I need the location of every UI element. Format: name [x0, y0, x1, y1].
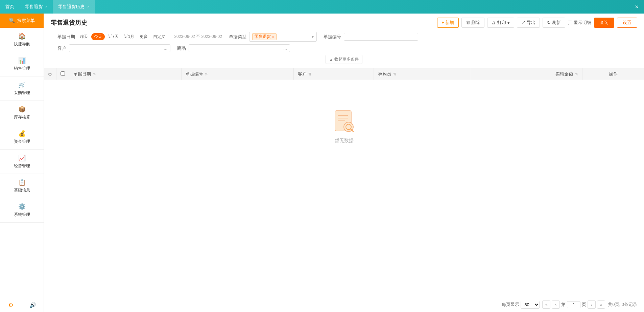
col-customer[interactable]: 客户 ⇅: [293, 68, 374, 80]
tab-retail-return-history-close[interactable]: ×: [87, 5, 89, 9]
voucher-type-tag-close[interactable]: ×: [272, 35, 274, 39]
sidebar-search-label: 搜索菜单: [17, 18, 35, 24]
sidebar-item-finance[interactable]: 💰 资金管理: [0, 125, 44, 150]
page-prev-button[interactable]: ‹: [552, 300, 560, 309]
col-guide-label: 导购员: [378, 71, 391, 76]
empty-illustration: [329, 107, 359, 138]
tab-retail-return-history[interactable]: 零售退货历史 ×: [53, 0, 95, 14]
voucher-no-label: 单据编号: [324, 34, 341, 40]
date-7days[interactable]: 近7天: [106, 33, 121, 40]
purchase-icon: 🛒: [18, 81, 26, 89]
sidebar-item-system-label: 系统管理: [14, 212, 30, 218]
sidebar-item-sales-label: 销售管理: [14, 66, 30, 71]
col-amount[interactable]: 实销金额 ⇅: [470, 68, 582, 80]
col-customer-sort-icon: ⇅: [308, 72, 311, 76]
col-settings[interactable]: ⚙: [44, 68, 56, 80]
window-close-button[interactable]: ×: [629, 0, 644, 14]
collapse-label: 收起更多条件: [334, 57, 359, 62]
goods-input[interactable]: ...: [189, 44, 290, 52]
per-page-select[interactable]: 50 100 200: [521, 301, 540, 309]
sidebar-item-basic-info[interactable]: 📋 基础信息: [0, 174, 44, 198]
print-dropdown-icon: ▾: [507, 20, 510, 25]
col-amount-label: 实销金额: [555, 71, 573, 76]
date-more[interactable]: 更多: [138, 33, 150, 40]
tab-retail-return[interactable]: 零售退货 ×: [20, 0, 53, 14]
page-input[interactable]: 1: [567, 301, 580, 308]
pagination-bar: 每页显示 50 100 200 « ‹ 第 1 页 › » 共0页, 0条记录: [44, 297, 644, 312]
col-guide[interactable]: 导购员 ⇅: [374, 68, 470, 80]
col-date[interactable]: 单据日期 ⇅: [69, 68, 182, 80]
col-guide-sort-icon: ⇅: [393, 72, 396, 76]
print-button[interactable]: 🖨 打印 ▾: [487, 18, 514, 28]
operations-icon: 📈: [18, 154, 26, 162]
page-navigation: « ‹ 第 1 页 › »: [542, 300, 605, 309]
new-button[interactable]: + 新增: [437, 18, 458, 28]
sidebar-item-operations[interactable]: 📈 经营管理: [0, 150, 44, 174]
tab-home-label: 首页: [5, 4, 14, 10]
voucher-no-input[interactable]: [344, 33, 418, 41]
sales-icon: 📊: [18, 57, 26, 64]
tab-retail-return-close[interactable]: ×: [45, 5, 47, 9]
settings-button[interactable]: 设置: [617, 18, 637, 28]
filter-bar: 单据日期 昨天 今天 近7天 近1月 更多 自定义 2023-06-02 至 2…: [51, 32, 637, 68]
date-filter-options: 昨天 今天 近7天 近1月 更多 自定义: [78, 33, 167, 40]
export-button[interactable]: ↗ 导出: [517, 18, 540, 28]
date-custom[interactable]: 自定义: [151, 33, 167, 40]
finance-icon: 💰: [18, 130, 26, 137]
refresh-button-label: ↻ 刷新: [547, 20, 561, 26]
tab-home[interactable]: 首页: [0, 0, 20, 14]
page-title-row: 零售退货历史 + 新增 🗑 删除 🖨 打印 ▾ ↗ 导出: [51, 18, 637, 28]
sidebar-item-quick-nav-label: 快捷导航: [14, 41, 30, 47]
customer-filter: 客户 ...: [57, 44, 170, 52]
page-first-button[interactable]: «: [542, 300, 550, 309]
date-today[interactable]: 今天: [91, 33, 105, 40]
refresh-button[interactable]: ↻ 刷新: [543, 18, 565, 28]
sidebar-item-purchase-mgmt[interactable]: 🛒 采购管理: [0, 76, 44, 101]
show-detail-checkbox[interactable]: 显示明细: [568, 20, 591, 26]
show-detail-input[interactable]: [568, 21, 572, 25]
col-no[interactable]: 单据编号 ⇅: [181, 68, 293, 80]
sidebar-gear-button[interactable]: ⚙: [0, 298, 22, 312]
goods-label: 商品: [177, 45, 186, 51]
col-amount-sort-icon: ⇅: [575, 72, 578, 76]
date-yesterday[interactable]: 昨天: [78, 33, 90, 40]
voucher-type-filter: 单据类型 零售退货 × ▾: [229, 32, 317, 42]
customer-input[interactable]: ...: [69, 44, 170, 52]
sidebar-search[interactable]: 🔍 搜索菜单: [0, 14, 44, 28]
page-size-select: 每页显示 50 100 200: [502, 301, 540, 309]
page-next-button[interactable]: ›: [588, 300, 596, 309]
col-no-sort-icon: ⇅: [205, 72, 208, 76]
collapse-row: ▲ 收起更多条件: [57, 55, 630, 64]
delete-button[interactable]: 🗑 删除: [461, 18, 485, 28]
col-no-label: 单据编号: [186, 71, 203, 76]
select-all-checkbox[interactable]: [61, 71, 65, 76]
toolbar: + 新增 🗑 删除 🖨 打印 ▾ ↗ 导出 ↻ 刷新: [437, 18, 637, 28]
date-filter-item: 单据日期 昨天 今天 近7天 近1月 更多 自定义: [57, 33, 167, 40]
sidebar-item-finance-label: 资金管理: [14, 139, 30, 144]
new-button-label: + 新增: [442, 20, 454, 26]
voucher-type-select[interactable]: 零售退货 × ▾: [249, 32, 317, 42]
sidebar-item-system-mgmt[interactable]: ⚙️ 系统管理: [0, 198, 44, 223]
page-last-button[interactable]: »: [597, 300, 605, 309]
col-checkbox[interactable]: [56, 68, 69, 80]
tab-retail-return-history-label: 零售退货历史: [58, 4, 85, 10]
delete-button-label: 🗑 删除: [466, 20, 480, 26]
date-range-display: 2023-06-02 至 2023-06-02: [174, 34, 222, 40]
sidebar-item-sales-mgmt[interactable]: 📊 销售管理: [0, 52, 44, 76]
date-filter-label: 单据日期: [57, 34, 75, 40]
collapse-button[interactable]: ▲ 收起更多条件: [326, 55, 363, 64]
date-range-text: 2023-06-02 至 2023-06-02: [174, 34, 222, 40]
sidebar-item-inventory[interactable]: 📦 库存核算: [0, 101, 44, 125]
sidebar-audio-button[interactable]: 🔊: [22, 298, 44, 312]
query-button[interactable]: 查询: [594, 18, 614, 28]
sidebar: 🔍 搜索菜单 🏠 快捷导航 📊 销售管理 🛒 采购管理 📦 库存核算 💰: [0, 14, 44, 312]
sidebar-item-quick-nav[interactable]: 🏠 快捷导航: [0, 28, 44, 52]
sidebar-item-purchase-label: 采购管理: [14, 90, 30, 96]
goods-placeholder-dots: ...: [283, 46, 287, 51]
table-area: ⚙ 单据日期 ⇅ 单据编号 ⇅: [44, 68, 644, 297]
main-layout: 🔍 搜索菜单 🏠 快捷导航 📊 销售管理 🛒 采购管理 📦 库存核算 💰: [0, 14, 644, 312]
col-date-sort-icon: ⇅: [93, 72, 96, 76]
goods-filter: 商品 ...: [177, 44, 290, 52]
date-1month[interactable]: 近1月: [122, 33, 137, 40]
show-detail-label: 显示明细: [574, 20, 591, 26]
